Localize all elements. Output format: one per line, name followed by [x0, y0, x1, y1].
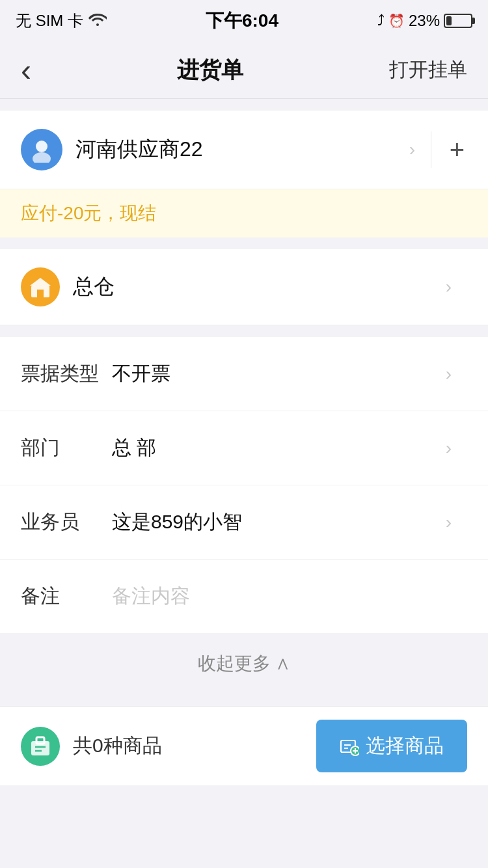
- carrier-label: 无 SIM 卡: [16, 10, 83, 31]
- invoice-chevron-icon: ›: [446, 364, 452, 385]
- sales-row[interactable]: 业务员 这是859的小智 ›: [0, 485, 488, 560]
- remark-label: 备注: [21, 583, 112, 610]
- form-section: 票据类型 不开票 › 部门 总 部 › 业务员 这是859的小智 › 备注 备注…: [0, 337, 488, 633]
- sales-chevron-icon: ›: [446, 512, 452, 533]
- nav-bar: ‹ 进货单 打开挂单: [0, 42, 488, 99]
- section-gap-4: [0, 694, 488, 706]
- supplier-avatar: [21, 129, 62, 170]
- add-supplier-button[interactable]: +: [431, 131, 467, 168]
- remark-row[interactable]: 备注 备注内容: [0, 560, 488, 633]
- dept-label: 部门: [21, 435, 112, 461]
- main-content-area: [0, 785, 488, 868]
- invoice-label: 票据类型: [21, 360, 112, 387]
- section-gap-3: [0, 325, 488, 337]
- warehouse-section: 总仓 ›: [0, 249, 488, 325]
- status-right: ⤴ ⏰ 23%: [377, 12, 472, 30]
- supplier-name: 河南供应商22: [75, 135, 409, 164]
- bottom-bar: 共0种商品 选择商品: [0, 706, 488, 785]
- collapse-label: 收起更多 ∧: [198, 651, 291, 676]
- warehouse-name: 总仓: [73, 273, 446, 301]
- open-pending-button[interactable]: 打开挂单: [389, 57, 467, 83]
- supplier-section: 河南供应商22 › + 应付-20元，现结: [0, 111, 488, 237]
- select-product-label: 选择商品: [366, 733, 444, 759]
- status-time: 下午6:04: [206, 8, 278, 33]
- sales-value: 这是859的小智: [112, 509, 446, 536]
- svg-point-0: [36, 141, 47, 152]
- svg-rect-6: [36, 737, 44, 744]
- wifi-icon: [88, 12, 107, 30]
- svg-rect-4: [37, 290, 44, 297]
- back-button[interactable]: ‹: [21, 52, 31, 88]
- invoice-value: 不开票: [112, 360, 446, 387]
- section-gap-2: [0, 237, 488, 249]
- battery-percent: 23%: [409, 12, 440, 30]
- battery-icon: [444, 14, 472, 28]
- sales-label: 业务员: [21, 509, 112, 536]
- collapse-button[interactable]: 收起更多 ∧: [0, 633, 488, 694]
- product-icon: [21, 727, 60, 766]
- notice-text: 应付-20元，现结: [21, 203, 156, 223]
- svg-marker-3: [30, 278, 51, 286]
- alarm-icon: ⏰: [388, 13, 405, 29]
- notice-banner: 应付-20元，现结: [0, 189, 488, 237]
- product-count: 共0种商品: [73, 733, 316, 759]
- location-icon: ⤴: [377, 12, 385, 29]
- supplier-chevron-icon: ›: [409, 139, 415, 160]
- warehouse-icon: [21, 267, 60, 306]
- warehouse-chevron-icon: ›: [446, 277, 452, 297]
- svg-point-1: [33, 152, 51, 163]
- section-gap-1: [0, 99, 488, 111]
- dept-row[interactable]: 部门 总 部 ›: [0, 411, 488, 485]
- page-title: 进货单: [177, 55, 243, 85]
- select-product-button[interactable]: 选择商品: [316, 720, 467, 772]
- dept-chevron-icon: ›: [446, 438, 452, 459]
- warehouse-row[interactable]: 总仓 ›: [0, 249, 488, 325]
- remark-placeholder[interactable]: 备注内容: [112, 583, 467, 610]
- status-left: 无 SIM 卡: [16, 10, 107, 31]
- status-bar: 无 SIM 卡 下午6:04 ⤴ ⏰ 23%: [0, 0, 488, 42]
- dept-value: 总 部: [112, 435, 446, 461]
- select-product-icon: [340, 737, 359, 756]
- invoice-row[interactable]: 票据类型 不开票 ›: [0, 337, 488, 411]
- supplier-row[interactable]: 河南供应商22 › +: [0, 111, 488, 189]
